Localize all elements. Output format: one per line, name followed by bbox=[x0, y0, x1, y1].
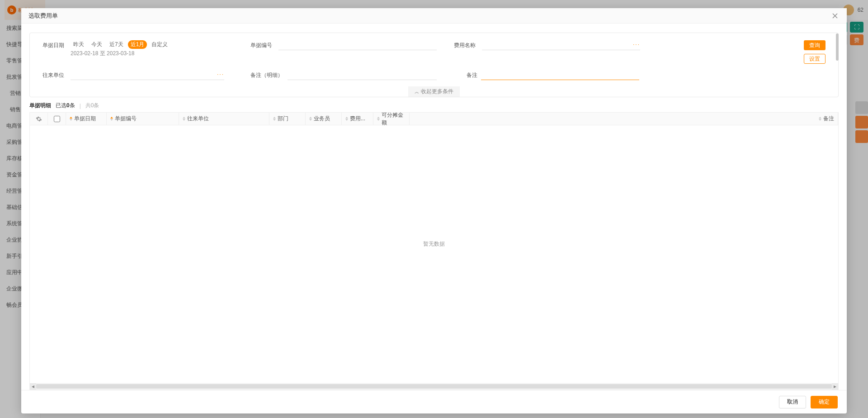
input-memo[interactable] bbox=[481, 70, 639, 80]
col-docno[interactable]: 单据编号 bbox=[107, 113, 179, 125]
modal-header: 选取费用单 bbox=[21, 8, 847, 24]
query-button[interactable]: 查询 bbox=[804, 40, 826, 50]
selected-count: 已选0条 bbox=[56, 102, 75, 109]
sort-icon bbox=[819, 117, 821, 121]
table-body: 暂无数据 bbox=[30, 125, 838, 383]
modal-select-fee: 选取费用单 单据日期 昨天 今天 近7天 近1月 bbox=[21, 8, 847, 413]
empty-state: 暂无数据 bbox=[423, 240, 445, 248]
col-date[interactable]: 单据日期 bbox=[66, 113, 107, 125]
sort-icon bbox=[377, 117, 380, 121]
settings-button[interactable]: 设置 bbox=[804, 54, 826, 64]
list-meta-bar: 单据明细 已选0条 | 共0条 bbox=[29, 102, 839, 109]
date-range-display[interactable]: 2023-02-18 至 2023-03-18 bbox=[71, 50, 170, 57]
select-all-checkbox[interactable] bbox=[48, 113, 66, 125]
filter-label-partner: 往来单位 bbox=[42, 70, 71, 79]
modal-body: 单据日期 昨天 今天 近7天 近1月 自定义 2023-02-18 至 2023… bbox=[21, 24, 847, 390]
filter-label-memo: 备注 bbox=[458, 70, 481, 79]
filter-label-feename: 费用名称 bbox=[454, 40, 482, 49]
separator: | bbox=[80, 103, 81, 109]
date-tag-month[interactable]: 近1月 bbox=[128, 40, 147, 49]
filter-label-memo-detail: 备注（明细） bbox=[250, 70, 288, 79]
vertical-scrollbar[interactable] bbox=[835, 33, 840, 390]
sort-icon bbox=[345, 117, 348, 121]
modal-footer: 取消 确定 bbox=[21, 390, 847, 413]
scroll-left-icon[interactable]: ◂ bbox=[30, 383, 36, 390]
input-memo-detail[interactable] bbox=[288, 70, 437, 80]
input-partner[interactable]: ··· bbox=[71, 70, 224, 80]
col-fee[interactable]: 费用... bbox=[342, 113, 373, 125]
sort-icon bbox=[183, 117, 185, 121]
col-memo[interactable]: 备注 bbox=[410, 113, 838, 125]
scrollbar-thumb[interactable] bbox=[36, 384, 832, 389]
cancel-button[interactable]: 取消 bbox=[779, 396, 806, 408]
col-clerk[interactable]: 业务员 bbox=[306, 113, 342, 125]
input-doc-no[interactable] bbox=[278, 40, 437, 50]
date-tag-today[interactable]: 今天 bbox=[89, 40, 105, 49]
horizontal-scrollbar[interactable]: ◂ ▸ bbox=[30, 383, 838, 390]
modal-title: 选取费用单 bbox=[28, 12, 58, 20]
scrollbar-thumb[interactable] bbox=[836, 33, 839, 61]
col-dept[interactable]: 部门 bbox=[269, 113, 306, 125]
filter-panel: 单据日期 昨天 今天 近7天 近1月 自定义 2023-02-18 至 2023… bbox=[29, 33, 839, 97]
sort-icon bbox=[273, 117, 276, 121]
collapse-filters-button[interactable]: ︽ 收起更多条件 bbox=[408, 86, 460, 97]
more-icon[interactable]: ··· bbox=[217, 71, 224, 77]
date-tag-yesterday[interactable]: 昨天 bbox=[71, 40, 87, 49]
gear-icon bbox=[36, 116, 42, 122]
filter-label-docno: 单据编号 bbox=[250, 40, 278, 49]
col-alloc[interactable]: 可分摊金额 bbox=[373, 113, 410, 125]
total-count: 共0条 bbox=[85, 102, 99, 109]
close-icon[interactable] bbox=[830, 11, 840, 20]
table-header: 单据日期 单据编号 往来单位 部门 bbox=[30, 113, 838, 125]
sort-icon bbox=[309, 117, 312, 121]
chevron-up-icon: ︽ bbox=[415, 89, 419, 95]
input-fee-name[interactable]: ··· bbox=[482, 40, 640, 50]
data-table: 单据日期 单据编号 往来单位 部门 bbox=[29, 112, 839, 390]
list-title: 单据明细 bbox=[29, 102, 51, 109]
date-quick-tags: 昨天 今天 近7天 近1月 自定义 bbox=[71, 40, 170, 49]
date-tag-week[interactable]: 近7天 bbox=[107, 40, 126, 49]
ok-button[interactable]: 确定 bbox=[811, 396, 838, 408]
sort-icon bbox=[70, 117, 72, 121]
col-partner[interactable]: 往来单位 bbox=[179, 113, 269, 125]
filter-label-date: 单据日期 bbox=[42, 40, 71, 49]
sort-icon bbox=[110, 117, 113, 121]
column-settings-button[interactable] bbox=[30, 113, 48, 125]
date-tag-custom[interactable]: 自定义 bbox=[149, 40, 170, 49]
more-icon[interactable]: ··· bbox=[633, 41, 640, 48]
